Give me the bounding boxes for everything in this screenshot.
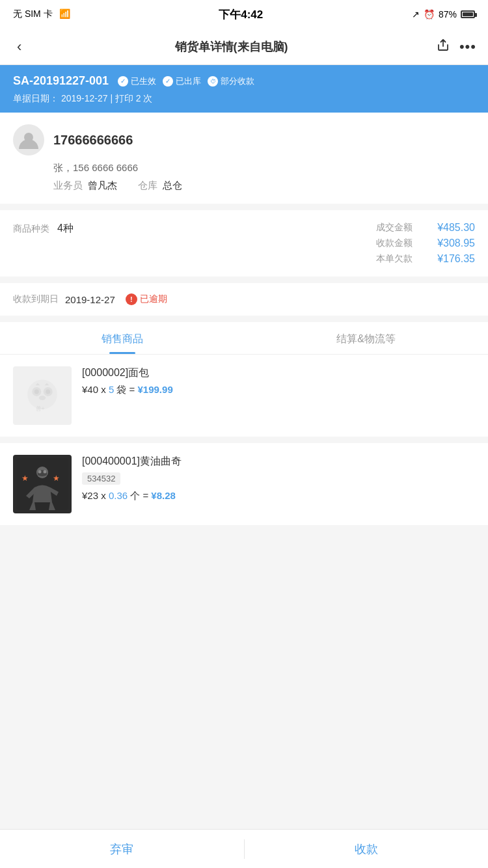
bottom-bar: 弃审 收款 bbox=[0, 829, 488, 868]
product-code-1: [0000002] bbox=[82, 367, 128, 378]
due-date-label: 收款到期日 bbox=[13, 293, 59, 305]
product-info-2: [000400001]黄油曲奇 534532 ¥23 x 0.36 个 = ¥8… bbox=[82, 455, 475, 502]
product-code-2: [000400001] bbox=[82, 455, 140, 467]
wifi-icon: 📶 bbox=[59, 8, 70, 19]
svg-point-4 bbox=[34, 389, 39, 394]
stats-amounts: 成交金额 ¥485.30 收款金额 ¥308.95 本单欠款 ¥176.35 bbox=[244, 222, 475, 265]
badge-partial: ⏱ 部分收款 bbox=[208, 75, 254, 87]
nav-actions: ••• bbox=[436, 38, 476, 55]
product-unit-2: 个 bbox=[130, 490, 140, 501]
check-icon-1: ✓ bbox=[118, 76, 128, 87]
more-icon[interactable]: ••• bbox=[459, 38, 476, 55]
product-name-1: [0000002]面包 bbox=[82, 366, 475, 380]
back-button[interactable]: ‹ bbox=[12, 33, 27, 61]
status-time: 下午4:42 bbox=[219, 7, 263, 22]
customer-info: 张，156 6666 6666 bbox=[13, 162, 475, 174]
collect-payment-button[interactable]: 收款 bbox=[245, 830, 489, 868]
salesperson-label: 业务员 bbox=[53, 180, 83, 192]
order-id: SA-20191227-001 bbox=[13, 74, 109, 88]
svg-text:★: ★ bbox=[21, 474, 29, 483]
salesperson-value: 曾凡杰 bbox=[88, 180, 117, 192]
status-bar: 无 SIM 卡 📶 下午4:42 ↗ ⏰ 87% bbox=[0, 0, 488, 29]
sim-status: 无 SIM 卡 bbox=[13, 8, 53, 19]
location-icon: ↗ bbox=[412, 9, 420, 20]
customer-name: 17666666666 bbox=[53, 133, 133, 148]
svg-text:兽+: 兽+ bbox=[36, 405, 45, 412]
received-value: ¥308.95 bbox=[423, 237, 475, 249]
badge-effected: ✓ 已生效 bbox=[118, 75, 156, 87]
alarm-icon: ⏰ bbox=[424, 9, 435, 20]
amount-value: ¥485.30 bbox=[423, 222, 475, 234]
product-equals-2: = bbox=[142, 490, 151, 501]
page-title: 销货单详情(来自电脑) bbox=[175, 39, 288, 55]
product-item-2: ★ ★ [000400001]黄油曲奇 534532 ¥23 x 0.36 个 … bbox=[0, 443, 488, 525]
tab-sales-label: 销售商品 bbox=[102, 333, 143, 344]
badge-shipped-label: 已出库 bbox=[176, 75, 201, 87]
product-price-2: ¥23 bbox=[82, 490, 98, 501]
product-multiply-2: x bbox=[101, 490, 109, 501]
category-value: 4种 bbox=[57, 222, 74, 236]
order-print-info: | 打印 2 次 bbox=[110, 93, 152, 103]
check-icon-2: ✓ bbox=[163, 76, 173, 87]
order-date-label: 单据日期： bbox=[13, 93, 59, 103]
battery-level: 87% bbox=[439, 9, 457, 20]
product-item-1: 兽+ [0000002]面包 ¥40 x 5 袋 = ¥199.99 bbox=[0, 355, 488, 437]
customer-avatar bbox=[13, 124, 44, 156]
product-info-1: [0000002]面包 ¥40 x 5 袋 = ¥199.99 bbox=[82, 366, 475, 396]
status-right: ↗ ⏰ 87% bbox=[412, 9, 475, 20]
customer-detail-row: 业务员 曾凡杰 仓库 总仓 bbox=[13, 180, 475, 192]
order-date-row: 单据日期： 2019-12-27 | 打印 2 次 bbox=[13, 93, 475, 105]
badge-partial-label: 部分收款 bbox=[221, 75, 254, 87]
tab-settlement-label: 结算&物流等 bbox=[336, 333, 396, 344]
product-sku-tag-2: 534532 bbox=[82, 472, 120, 485]
overdue-text: 已逾期 bbox=[140, 293, 167, 305]
tab-settlement[interactable]: 结算&物流等 bbox=[244, 322, 488, 354]
badge-effected-label: 已生效 bbox=[131, 75, 156, 87]
category-label: 商品种类 bbox=[13, 223, 49, 235]
debt-value: ¥176.35 bbox=[423, 253, 475, 265]
order-banner: SA-20191227-001 ✓ 已生效 ✓ 已出库 ⏱ 部分收款 单据日期：… bbox=[0, 65, 488, 113]
svg-text:★: ★ bbox=[53, 474, 60, 483]
status-left: 无 SIM 卡 📶 bbox=[13, 8, 70, 20]
amount-label: 成交金额 bbox=[376, 222, 413, 234]
product-qty-2: 0.36 bbox=[109, 490, 128, 501]
product-name-2: [000400001]黄油曲奇 bbox=[82, 455, 475, 468]
product-thumb-1: 兽+ bbox=[13, 366, 72, 425]
received-label: 收款金额 bbox=[376, 237, 413, 249]
due-date-value: 2019-12-27 bbox=[65, 294, 115, 305]
warehouse-label: 仓库 bbox=[138, 180, 157, 192]
overdue-badge: ! 已逾期 bbox=[126, 293, 167, 305]
nav-bar: ‹ 销货单详情(来自电脑) ••• bbox=[0, 29, 488, 65]
product-total-2: ¥8.28 bbox=[151, 490, 176, 501]
share-icon[interactable] bbox=[436, 38, 450, 55]
debt-label: 本单欠款 bbox=[376, 253, 413, 265]
product-multiply-1: x bbox=[101, 384, 109, 395]
product-qty-1: 5 bbox=[109, 384, 114, 395]
svg-point-11 bbox=[44, 470, 47, 474]
svg-point-10 bbox=[38, 470, 42, 474]
warehouse-value: 总仓 bbox=[163, 180, 182, 192]
customer-card: 17666666666 张，156 6666 6666 业务员 曾凡杰 仓库 总… bbox=[0, 113, 488, 204]
overdue-icon: ! bbox=[126, 293, 137, 305]
svg-point-5 bbox=[46, 389, 50, 394]
product-unit-1: 袋 bbox=[116, 384, 126, 395]
tabs-container: 销售商品 结算&物流等 bbox=[0, 322, 488, 355]
badge-shipped: ✓ 已出库 bbox=[163, 75, 201, 87]
debt-row: 本单欠款 ¥176.35 bbox=[376, 253, 475, 265]
stats-section: 商品种类 4种 成交金额 ¥485.30 收款金额 ¥308.95 本单欠款 ¥… bbox=[0, 210, 488, 277]
warehouse-info: 仓库 总仓 bbox=[138, 180, 182, 192]
product-equals-1: = bbox=[129, 384, 138, 395]
product-thumb-2: ★ ★ bbox=[13, 455, 72, 513]
cancel-review-button[interactable]: 弃审 bbox=[0, 830, 244, 868]
product-price-row-1: ¥40 x 5 袋 = ¥199.99 bbox=[82, 384, 475, 396]
amount-row: 成交金额 ¥485.30 bbox=[376, 222, 475, 234]
product-list: 兽+ [0000002]面包 ¥40 x 5 袋 = ¥199.99 bbox=[0, 355, 488, 577]
received-row: 收款金额 ¥308.95 bbox=[376, 237, 475, 249]
stats-category: 商品种类 4种 bbox=[13, 222, 244, 236]
salesperson-info: 业务员 曾凡杰 bbox=[53, 180, 117, 192]
order-date-value: 2019-12-27 bbox=[61, 93, 108, 103]
battery-icon bbox=[461, 10, 475, 18]
tab-sales-products[interactable]: 销售商品 bbox=[0, 322, 244, 354]
product-price-row-2: ¥23 x 0.36 个 = ¥8.28 bbox=[82, 490, 475, 502]
product-total-1: ¥199.99 bbox=[138, 384, 173, 395]
